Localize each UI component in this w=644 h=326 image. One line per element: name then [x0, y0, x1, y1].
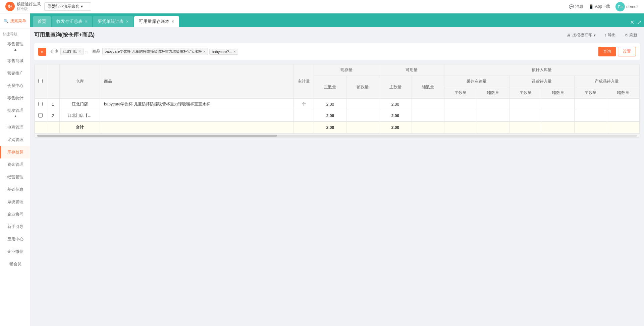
tab-bar: 首页 收发存汇总表 ✕ 要货单统计表 ✕ 可用量库存账本 ✕ ✕ ⤢ [30, 13, 644, 27]
logo-icon: 好 [5, 2, 15, 11]
sidebar-item-retail-mgmt[interactable]: 零售管理 ▲ [0, 38, 30, 55]
chevron-right-icon: » [41, 49, 44, 54]
sidebar-label-marketing: 营销推广 [7, 71, 23, 76]
sidebar-item-operations[interactable]: 经营管理 [0, 171, 30, 183]
warehouse-tag-close[interactable]: ✕ [78, 50, 81, 53]
avatar-text: Ea [618, 5, 623, 9]
sidebar-item-finance[interactable]: 资金管理 [0, 158, 30, 171]
refresh-label: 刷新 [629, 32, 637, 38]
tab-available-ledger-close[interactable]: ✕ [171, 19, 174, 24]
row2-unit [294, 110, 314, 122]
tab-home[interactable]: 首页 [33, 16, 51, 27]
sidebar-item-system[interactable]: 系统管理 [0, 196, 30, 208]
th-product-aux: 辅数量 [607, 87, 639, 99]
footer-checkbox [35, 122, 46, 133]
footer-label: 合计 [60, 122, 100, 133]
row1-unit: 个 [294, 99, 314, 110]
data-table: 仓库 商品 主计量 现存量 可用量 预计入库量 主数量 辅数量 主数量 辅数量 [34, 64, 640, 138]
sidebar-label-retail-mall: 零售商城 [7, 58, 23, 64]
tab-available-ledger[interactable]: 可用量库存账本 ✕ [134, 16, 179, 27]
table-row: 2 江北门店【... 2.00 2.00 [35, 110, 640, 122]
sidebar-item-member[interactable]: 会员中心 [0, 80, 30, 92]
sidebar-item-vip[interactable]: 畅会员 [0, 258, 30, 270]
footer-current-main: 2.00 [314, 122, 346, 133]
sidebar-label-retail-mgmt: 零售管理 [7, 41, 23, 47]
tab-maximize-btn[interactable]: ⤢ [637, 19, 641, 26]
th-purchase-aux: 辅数量 [477, 87, 509, 99]
app-download-btn[interactable]: 📱 App下载 [589, 4, 610, 9]
search-menu-btn[interactable]: 🔍 搜索菜单 [3, 17, 27, 25]
row1-pending-aux [542, 99, 574, 110]
page-actions: 🖨 按模板打印 ▾ ↑ 导出 ↺ 刷新 [564, 31, 640, 39]
row1-checkbox [35, 99, 46, 110]
query-button[interactable]: 查询 [598, 47, 616, 56]
tab-receive-summary-close[interactable]: ✕ [85, 19, 88, 24]
footer-avail-aux [412, 122, 444, 133]
print-btn[interactable]: 🖨 按模板打印 ▾ [564, 31, 598, 39]
sidebar-label-vip: 畅会员 [9, 261, 21, 267]
sidebar-item-wholesale[interactable]: 批发管理 ▲ [0, 104, 30, 121]
page-header: 可用量查询(按仓库+商品) 🖨 按模板打印 ▾ ↑ 导出 ↺ 刷新 [34, 31, 640, 39]
scrollbar-thumb[interactable] [37, 135, 277, 137]
sidebar-label-finance: 资金管理 [7, 162, 23, 168]
row2-purchase-aux [477, 110, 509, 122]
sidebar: 🔍 搜索菜单 快捷导航 零售管理 ▲ 零售商城 营销推广 会员中心 零售统计 批… [0, 13, 30, 326]
user-profile[interactable]: Ea demo2 [615, 2, 639, 11]
tab-receive-summary[interactable]: 收发存汇总表 ✕ [52, 16, 92, 27]
th-product-main: 主数量 [574, 87, 607, 99]
export-label: 导出 [608, 32, 616, 38]
product-tag-2-value: babycare?... [212, 50, 232, 54]
print-label: 按模板打印 [572, 32, 592, 38]
horizontal-scrollbar[interactable] [35, 133, 640, 137]
select-all-checkbox[interactable] [38, 79, 43, 83]
chevron-down-icon: ▾ [81, 4, 83, 9]
sidebar-label-retail-stat: 零售统计 [7, 95, 23, 101]
th-purchase-main: 主数量 [444, 87, 477, 99]
sidebar-item-inventory[interactable]: 库存核算 [0, 146, 30, 158]
sidebar-label-ecommerce: 电商管理 [7, 125, 23, 130]
sidebar-item-retail-mall[interactable]: 零售商城 [0, 55, 30, 67]
app-label: App下载 [595, 4, 610, 9]
sidebar-item-basic-info[interactable]: 基础信息 [0, 183, 30, 196]
th-current-aux: 辅数量 [346, 76, 379, 99]
app-icon: 📱 [589, 4, 594, 9]
sidebar-item-purchase[interactable]: 采购管理 [0, 134, 30, 146]
product-tag-2: babycare?... ✕ [209, 49, 238, 55]
row2-no: 2 [46, 110, 60, 122]
sidebar-item-enterprise-wx[interactable]: 企业微信 [0, 245, 30, 258]
filter-expand-btn[interactable]: » [38, 48, 46, 56]
industry-select[interactable]: 母婴行业演示账套 ▾ [44, 2, 91, 11]
footer-pending-main [509, 122, 542, 133]
sidebar-item-app-center[interactable]: 应用中心 [0, 233, 30, 245]
sidebar-item-marketing[interactable]: 营销推广 [0, 67, 30, 80]
row1-avail-main: 2.00 [379, 99, 412, 110]
sidebar-item-retail-stat[interactable]: 零售统计 [0, 92, 30, 104]
tab-receive-summary-label: 收发存汇总表 [56, 18, 83, 25]
sidebar-item-new-guide[interactable]: 新手引导 [0, 221, 30, 233]
filter-actions: 查询 设置 [598, 47, 636, 56]
print-arrow: ▾ [594, 33, 596, 38]
tab-order-stat[interactable]: 要货单统计表 ✕ [93, 16, 133, 27]
sidebar-item-ecommerce[interactable]: 电商管理 [0, 121, 30, 134]
product-filter-label: 商品 [92, 49, 100, 54]
sidebar-item-enterprise[interactable]: 企业协同 [0, 208, 30, 221]
footer-current-aux [346, 122, 379, 133]
export-btn[interactable]: ↑ 导出 [602, 31, 619, 39]
row1-current-aux [346, 99, 379, 110]
settings-button[interactable]: 设置 [618, 47, 636, 56]
message-btn[interactable]: 💬 消息 [569, 4, 583, 9]
refresh-btn[interactable]: ↺ 刷新 [622, 31, 640, 39]
tab-order-stat-close[interactable]: ✕ [126, 19, 129, 24]
product-tag-1-close[interactable]: ✕ [203, 50, 206, 53]
warehouse-more[interactable]: ··· [85, 49, 88, 54]
row2-product-aux [607, 110, 639, 122]
user-name: demo2 [626, 4, 639, 9]
content-area: 首页 收发存汇总表 ✕ 要货单统计表 ✕ 可用量库存账本 ✕ ✕ ⤢ [30, 13, 644, 326]
sidebar-label-enterprise: 企业协同 [7, 212, 23, 217]
table-footer-row: 合计 2.00 2.00 [35, 122, 640, 133]
tab-close-all-btn[interactable]: ✕ [630, 19, 634, 26]
row2-pending-aux [542, 110, 574, 122]
footer-product-main [574, 122, 607, 133]
row2-avail-main: 2.00 [379, 110, 412, 122]
product-tag-2-close[interactable]: ✕ [233, 50, 236, 53]
